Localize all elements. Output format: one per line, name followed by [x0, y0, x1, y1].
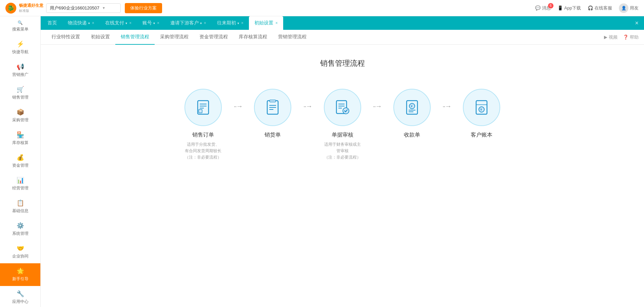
- delivery-icon: [264, 99, 281, 116]
- tab-invite-close[interactable]: ×: [204, 21, 206, 25]
- app-download-label: App下载: [564, 5, 581, 11]
- tab-account[interactable]: 账号 ▾ ×: [137, 16, 165, 30]
- flow-name-delivery: 销货单: [265, 131, 281, 139]
- sub-tab-purchase-flow[interactable]: 采购管理流程: [155, 30, 194, 45]
- tab-logistics-label: 物流快递: [68, 20, 87, 26]
- box-icon: 📦: [17, 108, 24, 116]
- sub-tab-sales-flow[interactable]: 销售管理流程: [115, 30, 155, 45]
- sidebar-label-finance: 资金管理: [12, 163, 28, 168]
- chevron-down-icon: ▾: [88, 21, 90, 25]
- tab-init-label: 初始设置: [254, 20, 273, 26]
- headset-icon: 🎧: [588, 5, 593, 11]
- sidebar-item-collab[interactable]: 🤝 企业协同: [0, 241, 40, 263]
- user-name-label: 用友: [630, 5, 639, 11]
- chevron-down-icon: ▼: [102, 6, 105, 10]
- sub-tab-init-label: 初始设置: [91, 34, 110, 40]
- tab-payment[interactable]: 在线支付 ▾ ×: [100, 16, 137, 30]
- tab-logistics[interactable]: 物流快递 ▾ ×: [62, 16, 100, 30]
- tab-period[interactable]: 往来期初 ▾ ×: [212, 16, 249, 30]
- flow-arrow-1: ··→: [234, 89, 242, 110]
- flow-item-receipt[interactable]: ¥ 收款单: [382, 89, 443, 141]
- flow-chart: 销售订单 适用于分批发货、有合同发货周期较长（注：非必要流程） ··→: [47, 89, 637, 161]
- sidebar-label-collab: 企业协同: [12, 253, 28, 259]
- user-profile-button[interactable]: 👤 用友: [619, 3, 639, 13]
- sidebar-item-newguide[interactable]: 🌟 新手引导: [0, 263, 40, 286]
- sidebar-label-basic: 基础信息: [12, 208, 28, 214]
- flow-name-account-book: 客户账本: [471, 131, 492, 139]
- sidebar-item-inventory[interactable]: 🏪 库存核算: [0, 127, 40, 150]
- help-button[interactable]: ❓ 帮助: [623, 34, 639, 40]
- sidebar-item-finance[interactable]: 💰 资金管理: [0, 150, 40, 172]
- tab-period-close[interactable]: ×: [241, 21, 243, 25]
- online-service-button[interactable]: 🎧 在线客服: [588, 5, 612, 11]
- flow-name-audit: 单据审核: [332, 131, 353, 139]
- flow-item-audit[interactable]: 单据审核 适用于财务审核或主管审核（注：非必要流程）: [312, 89, 373, 161]
- gear-icon: ⚙️: [17, 222, 24, 229]
- phone-icon: 📱: [558, 5, 563, 11]
- sidebar-item-sales[interactable]: 🛒 销售管理: [0, 82, 40, 104]
- logo-icon: 🐉: [5, 3, 16, 14]
- star-icon: 🌟: [17, 267, 24, 275]
- sub-tab-init[interactable]: 初始设置: [85, 30, 115, 45]
- tab-invite[interactable]: 邀请下游客户 ▾ ×: [165, 16, 212, 30]
- money-icon: 💰: [17, 154, 24, 161]
- account-book-icon: ¥: [473, 99, 490, 116]
- close-all-tabs-button[interactable]: ×: [631, 20, 643, 27]
- flow-name-receipt: 收款单: [404, 131, 420, 139]
- sidebar-item-search[interactable]: 🔍 搜索菜单: [0, 16, 40, 36]
- tools-icon: 🔧: [17, 290, 24, 298]
- sidebar-item-purchase[interactable]: 📦 采购管理: [0, 104, 40, 127]
- flow-item-delivery[interactable]: 销货单: [242, 89, 303, 141]
- content-area: 首页 物流快递 ▾ × 在线支付 ▾ × 账号 ▾ × 邀请下游客户 ▾ ×: [41, 16, 644, 307]
- sub-tab-inventory-flow[interactable]: 库存核算流程: [233, 30, 273, 45]
- logo-area: 🐉 畅捷通好生意 标准版: [5, 3, 46, 14]
- sidebar-item-appcenter[interactable]: 🔧 应用中心: [0, 286, 40, 307]
- sub-tab-inventory-flow-label: 库存核算流程: [239, 34, 267, 40]
- app-download-button[interactable]: 📱 App下载: [558, 5, 581, 11]
- sidebar-label-inventory: 库存核算: [12, 140, 28, 146]
- tab-account-label: 账号: [142, 20, 152, 26]
- tab-init-close[interactable]: ×: [275, 21, 278, 25]
- flow-item-sales-order[interactable]: 销售订单 适用于分批发货、有合同发货周期较长（注：非必要流程）: [173, 89, 234, 161]
- sidebar-label-quicknav: 快捷导航: [12, 49, 28, 55]
- tab-payment-close[interactable]: ×: [129, 21, 132, 25]
- tab-payment-label: 在线支付: [105, 20, 124, 26]
- logo-text: 畅捷通好生意 标准版: [19, 3, 43, 13]
- tab-logistics-close[interactable]: ×: [92, 21, 94, 25]
- flow-circle-sales-order: [184, 89, 222, 126]
- user-selector[interactable]: 用户690企业1660120507 ▼: [46, 3, 121, 13]
- flow-circle-audit: [324, 89, 361, 126]
- info-icon: 📋: [17, 199, 24, 207]
- search-icon: 🔍: [18, 20, 23, 25]
- messages-button[interactable]: 💬 消息 6: [535, 5, 551, 11]
- trial-button[interactable]: 体验行业方案: [125, 3, 162, 13]
- logo-main-text: 畅捷通好生意: [19, 3, 43, 8]
- tab-home[interactable]: 首页: [42, 16, 62, 30]
- sidebar-label-appcenter: 应用中心: [12, 299, 28, 305]
- sub-tab-industry[interactable]: 行业特性设置: [46, 30, 85, 45]
- flow-desc-sales-order: 适用于分批发货、有合同发货周期较长（注：非必要流程）: [185, 141, 221, 161]
- svg-text:¥: ¥: [480, 108, 482, 111]
- sub-tab-finance-flow[interactable]: 资金管理流程: [194, 30, 233, 45]
- sidebar-item-operations[interactable]: 📊 经营管理: [0, 172, 40, 195]
- flow-name-sales-order: 销售订单: [192, 131, 214, 139]
- flow-desc-audit: 适用于财务审核或主管审核（注：非必要流程）: [324, 141, 361, 161]
- flow-item-account-book[interactable]: ¥ 客户账本: [451, 89, 512, 141]
- sidebar-item-marketing[interactable]: 📢 营销推广: [0, 59, 40, 82]
- sub-tab-marketing-flow[interactable]: 营销管理流程: [273, 30, 312, 45]
- tab-init[interactable]: 初始设置 ×: [249, 16, 283, 30]
- nav-tabs: 首页 物流快递 ▾ × 在线支付 ▾ × 账号 ▾ × 邀请下游客户 ▾ ×: [41, 16, 644, 30]
- megaphone-icon: 📢: [17, 63, 24, 70]
- tab-account-close[interactable]: ×: [157, 21, 159, 25]
- receipt-icon: ¥: [403, 99, 421, 116]
- video-help-button[interactable]: ▶ 视频: [604, 34, 618, 40]
- messages-badge: 6: [548, 3, 553, 8]
- online-service-label: 在线客服: [594, 5, 612, 11]
- question-icon: ❓: [623, 35, 628, 40]
- tab-period-label: 往来期初: [217, 20, 236, 26]
- flow-circle-account-book: ¥: [463, 89, 500, 126]
- sidebar-item-quicknav[interactable]: ⚡ 快捷导航: [0, 36, 40, 59]
- sidebar-item-basic[interactable]: 📋 基础信息: [0, 195, 40, 218]
- sidebar-item-system[interactable]: ⚙️ 系统管理: [0, 218, 40, 241]
- sub-tabs: 行业特性设置 初始设置 销售管理流程 采购管理流程 资金管理流程 库存核算流程 …: [41, 30, 644, 45]
